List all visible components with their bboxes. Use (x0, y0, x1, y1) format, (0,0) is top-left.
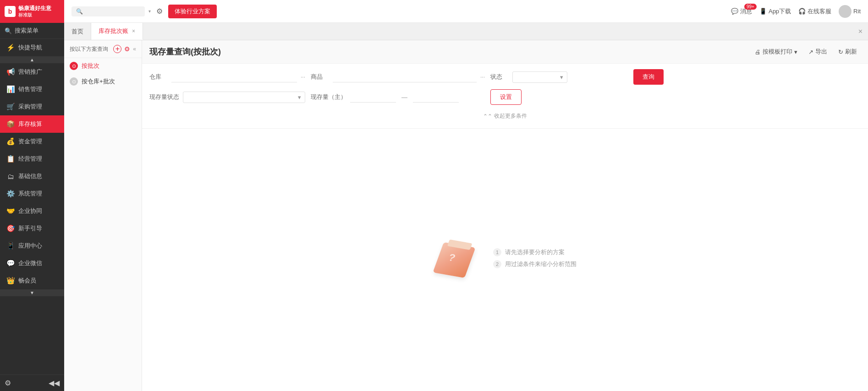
app-name-block: 畅康通好生意 标准版 (18, 5, 51, 18)
user-avatar (839, 5, 852, 18)
sidebar-collapse-icon[interactable]: ◀◀ (49, 379, 60, 387)
step-num-1: 1 (493, 248, 501, 256)
purchase-icon: 🛒 (6, 103, 15, 111)
tab-bar: 首页 库存批次账 × × (64, 23, 868, 40)
print-label: 按模板打印 (763, 48, 792, 56)
experience-button[interactable]: 体验行业方案 (168, 5, 217, 18)
top-bar-left: 🔍 ▾ ⚙ 体验行业方案 (71, 5, 726, 18)
filter-area: 仓库 ··· 商品 ··· 状态 ▾ (142, 64, 868, 129)
sidebar-item-newbie[interactable]: 🎯 新手引导 (0, 220, 64, 237)
sidebar-label-member: 畅会员 (18, 277, 36, 285)
member-icon: 👑 (6, 277, 15, 285)
user-name: Rit (853, 8, 861, 15)
top-search-icon: 🔍 (76, 8, 83, 15)
product-input[interactable] (333, 71, 477, 82)
filter-row-2: 现存量状态 ▾ 现存量（主） — 设置 (149, 89, 861, 105)
tab-inventory-batch[interactable]: 库存批次账 × (91, 23, 143, 40)
filter-row-1: 仓库 ··· 商品 ··· 状态 ▾ (149, 69, 861, 85)
inventory-status-arrow: ▾ (298, 94, 301, 101)
inventory-status-select[interactable]: ▾ (183, 92, 305, 103)
export-label: 导出 (815, 48, 827, 56)
right-panel: 现存量查询(按批次) 🖨 按模板打印 ▾ ↗ 导出 ↻ 刷新 (142, 40, 868, 391)
refresh-btn[interactable]: ↻ 刷新 (835, 46, 861, 58)
print-btn[interactable]: 🖨 按模板打印 ▾ (751, 46, 801, 58)
sidebar-label-basics: 基础信息 (18, 172, 42, 180)
warehouse-input[interactable] (171, 71, 297, 82)
add-scheme-btn[interactable]: + (113, 45, 121, 53)
scheme-icon-warehouse-batch: ⊙ (70, 77, 78, 86)
inventory-status-filter: 现存量状态 ▾ (149, 92, 305, 103)
settings-button[interactable]: 设置 (490, 89, 522, 105)
export-icon: ↗ (808, 49, 813, 55)
tab-inventory-batch-label: 库存批次账 (99, 27, 128, 35)
sidebar-item-wechat[interactable]: 💬 企业微信 (0, 255, 64, 272)
sidebar-item-appcenter[interactable]: 📱 应用中心 (0, 237, 64, 255)
print-icon: 🖨 (755, 49, 761, 55)
sidebar-item-marketing[interactable]: 📢 营销推广 (0, 63, 64, 81)
search-dropdown-arrow[interactable]: ▾ (148, 9, 151, 14)
collapse-more-btn[interactable]: ⌃⌃ 收起更多条件 (149, 109, 861, 123)
sidebar-item-purchase[interactable]: 🛒 采购管理 (0, 98, 64, 115)
app-name: 畅康通好生意 (18, 5, 51, 12)
top-search-bar[interactable]: 🔍 (71, 6, 145, 16)
sidebar-label-operations: 经营管理 (18, 155, 42, 163)
tab-inventory-batch-close[interactable]: × (132, 28, 135, 34)
sidebar-item-label-quicknav: 快捷导航 (18, 43, 42, 52)
search-menu-item[interactable]: 🔍 搜索菜单 (0, 23, 64, 39)
sidebar-scroll-down[interactable]: ▼ (0, 289, 64, 296)
top-bar-right: 💬 消息 99+ 📱 App下载 🎧 在线客服 Rit (731, 5, 861, 18)
empty-state-inner: 1 请先选择要分析的方案 2 用过滤条件来缩小分析范围 (434, 237, 577, 283)
sidebar-settings-icon[interactable]: ⚙ (5, 379, 11, 387)
sidebar-label-inventory: 库存核算 (18, 120, 42, 128)
tab-home[interactable]: 首页 (64, 23, 91, 40)
sidebar-label-system: 系统管理 (18, 190, 42, 198)
query-button[interactable]: 查询 (633, 69, 664, 85)
sidebar-item-enterprise[interactable]: 🤝 企业协同 (0, 202, 64, 220)
scheme-label-batch: 按批次 (82, 62, 99, 70)
enterprise-icon: 🤝 (6, 207, 15, 215)
tab-close-all[interactable]: × (858, 27, 863, 36)
sidebar-item-operations[interactable]: 📋 经营管理 (0, 150, 64, 168)
warehouse-more-btn[interactable]: ··· (301, 74, 305, 80)
sidebar-item-basics[interactable]: 🗂 基础信息 (0, 168, 64, 185)
sidebar-item-member[interactable]: 👑 畅会员 (0, 272, 64, 289)
export-btn[interactable]: ↗ 导出 (805, 46, 831, 58)
sidebar-item-sales[interactable]: 📊 销售管理 (0, 81, 64, 98)
inventory-icon: 📦 (6, 120, 15, 128)
wechat-icon: 💬 (6, 259, 15, 267)
tab-home-label: 首页 (71, 27, 83, 36)
sidebar-item-quicknav[interactable]: ⚡ 快捷导航 (0, 39, 64, 56)
left-panel-collapse[interactable]: « (133, 46, 136, 52)
print-dropdown-arrow[interactable]: ▾ (794, 49, 797, 55)
inventory-qty-max[interactable] (413, 92, 459, 103)
refresh-label: 刷新 (845, 48, 857, 56)
online-support-btn[interactable]: 🎧 在线客服 (798, 7, 831, 16)
app-download-label: App下载 (769, 7, 791, 16)
product-more-btn[interactable]: ··· (480, 74, 485, 80)
left-panel-header: 按以下方案查询 + ⚙ « (64, 40, 142, 58)
sidebar-scroll-up[interactable]: ▲ (0, 56, 64, 63)
status-dropdown-arrow: ▾ (560, 74, 563, 81)
empty-step-1: 1 请先选择要分析的方案 (493, 248, 577, 256)
inventory-qty-min[interactable] (350, 92, 396, 103)
scheme-item-batch[interactable]: ⊙ 按批次 (64, 58, 142, 74)
scheme-item-warehouse-batch[interactable]: ⊙ 按仓库+批次 (64, 74, 142, 89)
user-avatar-btn[interactable]: Rit (839, 5, 861, 18)
empty-box-graphic (433, 242, 475, 277)
app-download-btn[interactable]: 📱 App下载 (759, 7, 791, 16)
top-settings-icon[interactable]: ⚙ (154, 5, 165, 17)
sidebar-item-finance[interactable]: 💰 资金管理 (0, 133, 64, 150)
sidebar-item-inventory[interactable]: 📦 库存核算 (0, 115, 64, 133)
collapse-arrow-icon: ⌃⌃ (483, 113, 492, 119)
empty-step-2: 2 用过滤条件来缩小分析范围 (493, 260, 577, 268)
messages-btn[interactable]: 💬 消息 99+ (731, 7, 752, 16)
page-actions: 🖨 按模板打印 ▾ ↗ 导出 ↻ 刷新 (751, 46, 861, 58)
scheme-settings-btn[interactable]: ⚙ (124, 45, 130, 53)
status-select[interactable]: ▾ (512, 71, 567, 83)
quicknav-icon: ⚡ (6, 43, 15, 52)
inventory-status-label: 现存量状态 (149, 93, 179, 101)
messages-badge: 99+ (744, 4, 757, 10)
sidebar-item-system[interactable]: ⚙️ 系统管理 (0, 185, 64, 202)
product-label: 商品 (311, 73, 329, 81)
product-filter: 商品 ··· (311, 71, 485, 82)
